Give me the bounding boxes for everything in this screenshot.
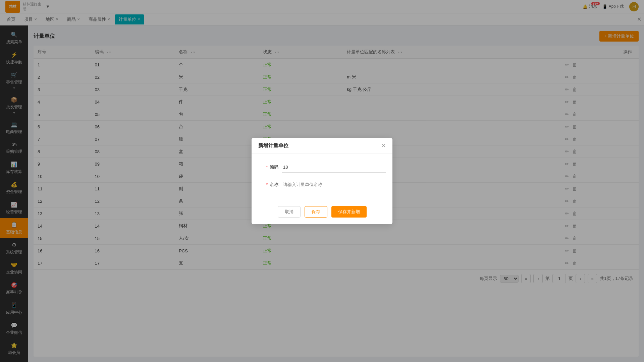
dialog-body: * 编码 * 名称: [252, 154, 392, 202]
name-label: * 名称: [258, 182, 278, 188]
form-row-name: * 名称: [258, 179, 386, 190]
dialog-header: 新增计量单位 ✕: [252, 138, 392, 154]
code-input[interactable]: [282, 162, 386, 173]
save-add-button[interactable]: 保存并新增: [331, 206, 367, 218]
dialog: 新增计量单位 ✕ * 编码 * 名称 取消 保存 保存并新增: [252, 138, 392, 224]
code-label: * 编码: [258, 164, 278, 170]
name-input[interactable]: [282, 179, 386, 190]
dialog-title: 新增计量单位: [258, 142, 288, 149]
form-row-code: * 编码: [258, 162, 386, 173]
save-button[interactable]: 保存: [305, 206, 327, 218]
dialog-footer: 取消 保存 保存并新增: [252, 202, 392, 224]
dialog-close-button[interactable]: ✕: [381, 142, 386, 149]
modal-overlay[interactable]: 新增计量单位 ✕ * 编码 * 名称 取消 保存 保存并新增: [0, 0, 644, 362]
cancel-button[interactable]: 取消: [278, 206, 301, 218]
